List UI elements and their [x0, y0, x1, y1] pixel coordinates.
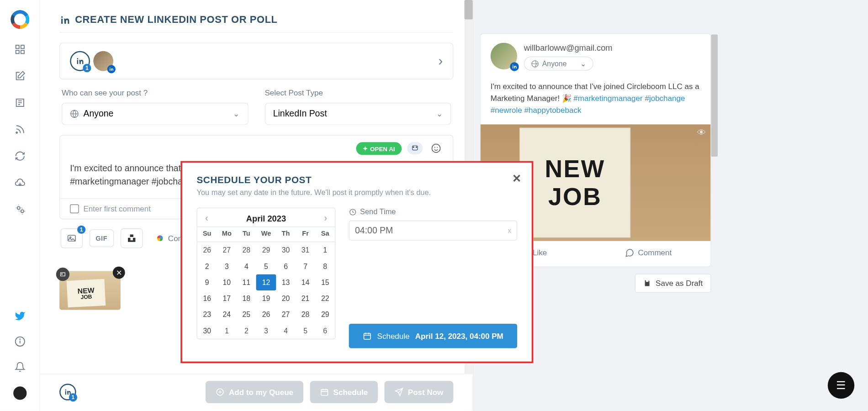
schedule-confirm-button[interactable]: Schedule April 12, 2023, 04:00 PM [349, 324, 517, 348]
calendar-day[interactable]: 12 [256, 274, 276, 290]
compose-icon[interactable] [14, 70, 26, 82]
calendar-day[interactable]: 29 [256, 242, 276, 258]
audience-dropdown[interactable]: Anyone ⌄ [62, 103, 248, 125]
calendar-prev-icon[interactable]: ‹ [203, 213, 211, 225]
account-selector-card[interactable]: 1 › [59, 43, 453, 79]
calendar-day[interactable]: 23 [197, 306, 217, 322]
calendar-day[interactable]: 30 [276, 242, 296, 258]
calendar-day[interactable]: 30 [197, 322, 217, 338]
post-now-button[interactable]: Post Now [385, 381, 454, 403]
recycle-icon[interactable] [14, 150, 26, 162]
save-draft-button[interactable]: Save as Draft [635, 274, 711, 293]
calendar-day[interactable]: 26 [256, 306, 276, 322]
modal-close-icon[interactable]: ✕ [512, 172, 522, 185]
calendar-day[interactable]: 5 [296, 322, 315, 338]
svg-rect-23 [130, 234, 133, 237]
calendar-day[interactable]: 1 [217, 322, 237, 338]
calendar-day[interactable]: 8 [315, 258, 335, 274]
calendar-day[interactable]: 26 [197, 242, 217, 258]
svg-rect-17 [413, 146, 418, 150]
thumbnail-remove-icon[interactable]: ✕ [113, 267, 125, 279]
add-to-queue-button[interactable]: Add to my Queue [206, 381, 303, 403]
calendar-day[interactable]: 7 [296, 258, 315, 274]
calendar-day[interactable]: 3 [217, 258, 237, 274]
calendar-day[interactable]: 28 [296, 306, 315, 322]
calendar-day[interactable]: 18 [237, 290, 256, 306]
posttype-dropdown[interactable]: LinkedIn Post ⌄ [265, 103, 451, 125]
svg-point-9 [17, 206, 20, 209]
rss-icon[interactable] [14, 123, 26, 136]
svg-point-18 [432, 144, 440, 153]
calendar-day[interactable]: 13 [276, 274, 296, 290]
calendar-month-label: April 2023 [246, 214, 286, 223]
calendar-body: 2627282930311234567891011121314151617181… [197, 242, 335, 339]
calendar-day[interactable]: 29 [315, 306, 335, 322]
svg-rect-24 [61, 273, 65, 276]
menu-fab[interactable]: ☰ [828, 372, 854, 399]
calendar-day[interactable]: 27 [276, 306, 296, 322]
calendar-day[interactable]: 15 [315, 274, 335, 290]
calendar-day[interactable]: 22 [315, 290, 335, 306]
twitter-icon[interactable] [14, 310, 26, 322]
preview-comment-button[interactable]: Comment [625, 248, 672, 258]
calendar-day[interactable]: 5 [256, 258, 276, 274]
calendar-day[interactable]: 27 [217, 242, 237, 258]
calendar-dow: Mo [217, 227, 237, 242]
calendar-day[interactable]: 14 [296, 274, 315, 290]
calendar-day[interactable]: 9 [197, 274, 217, 290]
calendar-day[interactable]: 4 [276, 322, 296, 338]
ai-toolbar-icon[interactable] [407, 142, 423, 154]
gif-button[interactable]: GIF [90, 229, 114, 247]
right-gutter [718, 0, 868, 411]
calendar-day[interactable]: 16 [197, 290, 217, 306]
svg-rect-3 [21, 50, 24, 53]
settings-icon[interactable] [14, 203, 26, 216]
svg-point-15 [413, 147, 414, 148]
time-clear-icon[interactable]: x [508, 227, 511, 234]
preview-user-avatar [491, 43, 517, 69]
info-icon[interactable] [14, 335, 26, 348]
thumbnail-edit-icon[interactable] [56, 268, 69, 281]
footer-account-badge[interactable]: 1 [59, 384, 76, 400]
emoji-icon[interactable] [429, 142, 444, 154]
dashboard-icon[interactable] [14, 43, 26, 56]
calendar-day[interactable]: 3 [256, 322, 276, 338]
calendar-day[interactable]: 28 [237, 242, 256, 258]
calendar-day[interactable]: 11 [237, 274, 256, 290]
calendar-day[interactable]: 10 [217, 274, 237, 290]
calendar-day[interactable]: 19 [256, 290, 276, 306]
calendar-day[interactable]: 6 [315, 322, 335, 338]
articles-icon[interactable] [14, 97, 26, 109]
user-avatar-small[interactable] [13, 386, 26, 400]
time-input[interactable]: 04:00 PM x [349, 221, 517, 241]
calendar-day[interactable]: 17 [217, 290, 237, 306]
preview-audience-dropdown[interactable]: Anyone ⌄ [524, 57, 593, 70]
send-time-label: Send Time [349, 208, 517, 216]
first-comment-checkbox[interactable] [70, 204, 79, 213]
calendar-day[interactable]: 25 [237, 306, 256, 322]
calendar-day[interactable]: 1 [315, 242, 335, 258]
calendar-day[interactable]: 21 [296, 290, 315, 306]
calendar-next-icon[interactable]: › [322, 213, 329, 225]
media-thumbnail: NEWJOB ✕ [59, 271, 121, 310]
calendar-day[interactable]: 4 [237, 258, 256, 274]
calendar-day[interactable]: 2 [237, 322, 256, 338]
calendar-day[interactable]: 6 [276, 258, 296, 274]
media-image-button[interactable]: 1 [61, 228, 83, 248]
app-logo [10, 10, 29, 29]
calendar-day[interactable]: 24 [217, 306, 237, 322]
openai-button[interactable]: ✦ OPEN AI [356, 142, 402, 155]
preview-scrollbar[interactable] [711, 34, 718, 157]
unsplash-button[interactable] [120, 228, 143, 248]
calendar-day[interactable]: 20 [276, 290, 296, 306]
globe-icon [70, 110, 79, 118]
svg-point-16 [416, 147, 417, 148]
cloud-download-icon[interactable] [14, 177, 26, 189]
modal-title: SCHEDULE YOUR POST [196, 175, 517, 186]
svg-rect-1 [21, 45, 24, 48]
calendar-day[interactable]: 2 [197, 258, 217, 274]
bell-icon[interactable] [14, 361, 26, 373]
schedule-button-footer[interactable]: Schedule [310, 381, 378, 403]
calendar-dow: Fr [296, 227, 315, 242]
calendar-day[interactable]: 31 [296, 242, 315, 258]
